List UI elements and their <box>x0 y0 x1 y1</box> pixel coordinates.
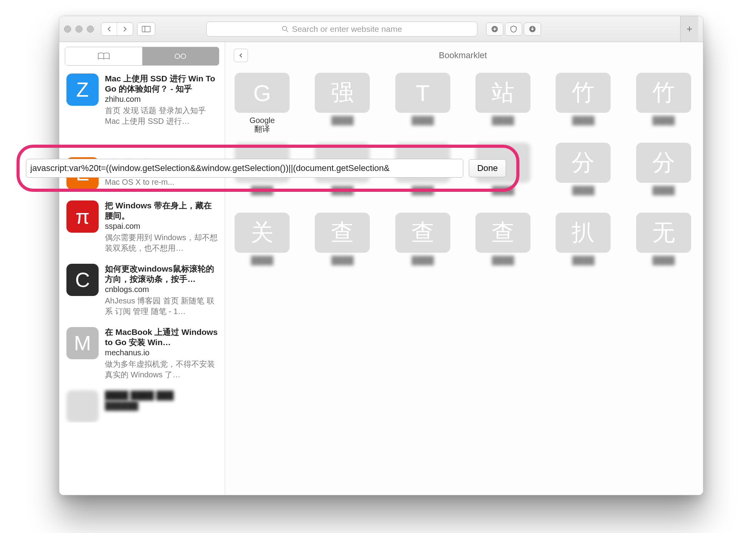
bookmark-tile[interactable]: 扒████ <box>555 213 611 274</box>
item-excerpt: 偶尔需要用到 Windows，却不想装双系统，也不想用… <box>105 232 218 253</box>
item-domain: ██████ <box>105 401 174 410</box>
nav-back-forward <box>101 22 133 36</box>
chevron-left-icon <box>106 26 112 32</box>
item-domain: sspai.com <box>105 222 218 231</box>
minimize-window-button[interactable] <box>75 26 83 33</box>
item-excerpt: 做为多年虚拟机党，不得不安装真实的 Windows 了… <box>105 359 218 379</box>
bookmark-thumb: 扒 <box>556 213 611 253</box>
item-excerpt: 首页 发现 话题 登录加入知乎 Mac 上使用 SSD 进行… <box>105 105 218 126</box>
item-domain: cnblogs.com <box>105 285 218 294</box>
sidebar-icon <box>142 26 150 32</box>
bookmark-tile[interactable]: 分████ <box>635 143 692 204</box>
reading-list-tab[interactable] <box>142 47 219 65</box>
bookmark-tile[interactable]: 站████ <box>475 73 531 134</box>
address-placeholder: Search or enter website name <box>292 24 402 34</box>
bookmark-tile[interactable]: 关████ <box>234 213 290 274</box>
svg-point-7 <box>175 54 180 59</box>
zoom-window-button[interactable] <box>87 26 94 33</box>
search-icon <box>282 26 289 33</box>
panel-title: Bookmarklet <box>234 50 692 61</box>
bookmark-thumb: 查 <box>395 213 450 253</box>
bookmark-label: ████ <box>331 256 354 274</box>
book-icon <box>97 52 110 61</box>
bookmark-label: ████ <box>251 256 273 274</box>
forward-button[interactable] <box>117 23 133 35</box>
reading-list: Z Mac 上使用 SSD 进行 Win To Go 的体验如何？ - 知乎 z… <box>59 69 225 423</box>
reading-list-item[interactable]: π 把 Windows 带在身上，藏在腰间。 sspai.com 偶尔需要用到 … <box>59 196 225 259</box>
site-favicon: M <box>66 327 99 359</box>
item-title: 在 MacBook 上通过 Windows to Go 安装 Win… <box>105 327 218 347</box>
bookmark-thumb: 无 <box>636 213 691 253</box>
bookmark-label: ████ <box>331 116 354 134</box>
window-controls <box>64 26 94 33</box>
bookmark-label: ████ <box>492 256 514 274</box>
bookmark-thumb: 查 <box>315 213 370 253</box>
glasses-icon <box>174 52 187 61</box>
bookmark-tile[interactable]: 无████ <box>635 213 692 274</box>
item-title: 把 Windows 带在身上，藏在腰间。 <box>105 200 218 221</box>
reading-list-item[interactable]: M 在 MacBook 上通过 Windows to Go 安装 Win… me… <box>59 322 225 386</box>
site-favicon: π <box>66 200 99 233</box>
bookmark-thumb: 竹 <box>556 73 611 113</box>
svg-line-3 <box>286 30 288 32</box>
site-favicon: Z <box>66 74 99 106</box>
reading-list-item[interactable]: ████ ████ ███ ██████ <box>59 386 225 423</box>
bookmark-url-input[interactable] <box>26 159 463 178</box>
bookmark-label: ████ <box>411 256 434 274</box>
bookmarks-panel: Bookmarklet GGoogle翻译强████T████站████竹███… <box>225 42 703 495</box>
item-domain: mechanus.io <box>105 348 218 357</box>
titlebar: Search or enter website name <box>59 16 703 42</box>
bookmark-label: ████ <box>411 116 434 134</box>
sidebar-toggle-button[interactable] <box>137 22 155 36</box>
shield-icon <box>510 25 517 33</box>
bookmark-tile[interactable]: 查████ <box>475 213 531 274</box>
bookmark-label: ████ <box>652 116 675 134</box>
bookmark-thumb: 关 <box>235 213 290 253</box>
bookmark-label: ████ <box>652 186 675 204</box>
bookmark-thumb: 站 <box>475 73 530 113</box>
bookmark-thumb: 分 <box>636 143 691 183</box>
bookmark-tile[interactable]: 竹████ <box>555 73 611 134</box>
reading-list-item[interactable]: C 如何更改windows鼠标滚轮的方向，按滚动条，按手… cnblogs.co… <box>59 259 225 322</box>
bookmark-tile[interactable]: GGoogle翻译 <box>234 73 290 134</box>
svg-point-8 <box>181 54 186 59</box>
bookmark-tile[interactable]: 强████ <box>314 73 371 134</box>
item-title: ████ ████ ███ <box>105 390 174 401</box>
edit-bookmark-url-popover: Done <box>17 145 519 192</box>
bookmark-label: ████ <box>492 116 514 134</box>
bookmark-thumb: T <box>395 73 450 113</box>
bookmark-tile[interactable]: 竹████ <box>635 73 692 134</box>
item-title: Mac 上使用 SSD 进行 Win To Go 的体验如何？ - 知乎 <box>105 74 218 94</box>
address-bar[interactable]: Search or enter website name <box>206 22 477 37</box>
bookmark-tile[interactable]: 分████ <box>555 143 611 204</box>
bookmark-label: ████ <box>572 186 595 204</box>
item-domain: zhihu.com <box>105 95 218 104</box>
bookmark-thumb: G <box>235 73 290 113</box>
cloud-add-icon <box>491 25 499 33</box>
bookmark-tile[interactable]: 查████ <box>314 213 371 274</box>
extension-button-1[interactable] <box>486 22 503 36</box>
close-window-button[interactable] <box>64 26 71 33</box>
sidebar: Z Mac 上使用 SSD 进行 Win To Go 的体验如何？ - 知乎 z… <box>59 42 225 495</box>
svg-point-2 <box>283 26 287 30</box>
bookmark-thumb: 竹 <box>636 73 691 113</box>
reading-list-item[interactable]: Z Mac 上使用 SSD 进行 Win To Go 的体验如何？ - 知乎 z… <box>59 69 225 132</box>
svg-rect-0 <box>142 26 150 31</box>
new-tab-button[interactable]: + <box>680 16 698 42</box>
downloads-button[interactable] <box>524 22 541 36</box>
safari-window: Search or enter website name <box>59 16 703 495</box>
bookmark-tile[interactable]: 查████ <box>395 213 451 274</box>
site-favicon: C <box>66 264 99 296</box>
bookmark-thumb: 强 <box>315 73 370 113</box>
bookmark-tile[interactable]: T████ <box>395 73 451 134</box>
site-favicon <box>66 390 99 423</box>
bookmarks-tab[interactable] <box>65 47 142 65</box>
back-button[interactable] <box>101 23 117 35</box>
done-button[interactable]: Done <box>469 159 506 177</box>
plus-icon: + <box>686 23 692 35</box>
download-icon <box>528 25 536 33</box>
sidebar-mode-toggle <box>65 47 219 66</box>
bookmark-thumb: 分 <box>556 143 611 183</box>
bookmark-label: ████ <box>572 116 595 134</box>
adblock-button[interactable] <box>505 22 522 36</box>
